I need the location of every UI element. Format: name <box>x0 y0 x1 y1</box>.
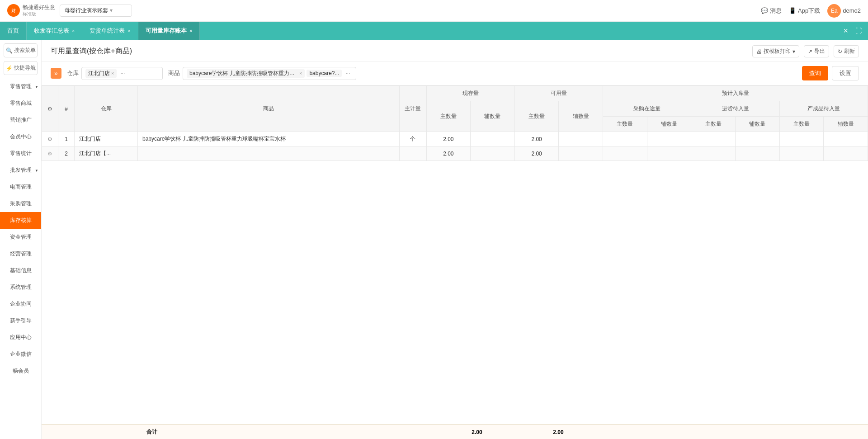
th-warehouse: 仓库 <box>75 86 138 132</box>
export-label: 导出 <box>814 47 825 55</box>
tab-available-stock[interactable]: 可用量库存账本 × <box>138 22 200 40</box>
filter-actions: 查询 设置 <box>802 66 859 80</box>
tab-home-label: 首页 <box>7 27 19 35</box>
sidebar-item-marketing[interactable]: 营销推广 <box>0 112 41 128</box>
sidebar-item-label: 营销推广 <box>10 116 32 124</box>
app-download-btn[interactable]: 📱 App下载 <box>789 7 820 15</box>
sidebar-item-finance[interactable]: 资金管理 <box>0 229 41 245</box>
sidebar-search-label: 搜索菜单 <box>14 47 36 54</box>
warehouse-tag: 江北门店 × <box>85 69 117 78</box>
user-area[interactable]: Ea demo2 <box>827 4 861 18</box>
row-purchase-main <box>603 132 647 146</box>
sidebar-item-retail-mall[interactable]: 零售商城 <box>0 95 41 112</box>
goods-filter-box[interactable]: babycare学饮杯 儿童防摔防撞吸管杯重力球吸嘴杯宝宝水杯 × babyca… <box>183 67 356 80</box>
sidebar-item-member2[interactable]: 畅会员 <box>0 363 41 379</box>
avatar: Ea <box>827 4 841 18</box>
th-goods-pending: 进货待入量 <box>691 101 779 117</box>
row-num: 1 <box>58 132 75 146</box>
sidebar-item-label: 库存核算 <box>10 217 32 224</box>
sidebar-item-basic-info[interactable]: 基础信息 <box>0 262 41 279</box>
sidebar-item-enterprise[interactable]: 企业协同 <box>0 296 41 312</box>
sidebar-item-purchase[interactable]: 采购管理 <box>0 195 41 212</box>
fullscreen-btn[interactable]: ⛶ <box>853 27 864 34</box>
sidebar-quicknav-btn[interactable]: ⚡ 快捷导航 <box>4 61 38 75</box>
sidebar-item-label: 应用中心 <box>10 334 32 341</box>
sidebar-item-wechat[interactable]: 企业微信 <box>0 346 41 363</box>
remove-warehouse-tag[interactable]: × <box>111 71 114 76</box>
industry-selector[interactable]: 母婴行业演示账套 ▾ <box>60 5 132 17</box>
row-gear[interactable]: ⚙ <box>42 146 58 161</box>
th-available-group: 可用量 <box>514 86 603 101</box>
sidebar-item-inventory[interactable]: 库存核算 <box>0 212 41 229</box>
message-btn[interactable]: 💬 消息 <box>761 7 782 15</box>
sidebar-item-ecommerce[interactable]: 电商管理 <box>0 179 41 195</box>
sidebar-item-wholesale-mgmt[interactable]: 批发管理 <box>0 162 41 179</box>
tab-requisition[interactable]: 要货单统计表 × <box>82 22 138 40</box>
sidebar-item-retail-mgmt[interactable]: 零售管理 <box>0 78 41 95</box>
query-btn[interactable]: 查询 <box>802 66 828 80</box>
top-bar: 财 畅捷通好生意 标准版 母婴行业演示账套 ▾ 💬 消息 📱 App下载 Ea … <box>0 0 868 22</box>
sidebar-item-label: 企业微信 <box>10 350 32 358</box>
tab-receivables[interactable]: 收发存汇总表 × <box>27 22 82 40</box>
th-pp-main: 主数量 <box>779 117 824 132</box>
table-row: ⚙ 2 江北门店【... 2.00 2.00 <box>42 146 868 161</box>
sidebar-item-member[interactable]: 会员中心 <box>0 128 41 145</box>
row-num: 2 <box>58 146 75 161</box>
sidebar-item-app-center[interactable]: 应用中心 <box>0 329 41 346</box>
sidebar-item-operations[interactable]: 经营管理 <box>0 245 41 262</box>
sidebar-item-label: 企业协同 <box>10 300 32 308</box>
top-bar-right: 💬 消息 📱 App下载 Ea demo2 <box>761 4 861 18</box>
th-product-pending: 产成品待入量 <box>779 101 868 117</box>
export-btn[interactable]: ↗ 导出 <box>804 45 829 57</box>
main-table: ⚙ # 仓库 商品 主计量 现存量 可用量 预计入库量 主数量 辅 <box>42 85 868 161</box>
chevron-down-icon: ▾ <box>793 48 795 55</box>
row-warehouse: 江北门店 <box>75 132 138 146</box>
th-available-aux: 辅数量 <box>559 101 603 132</box>
app-download-label: App下载 <box>798 7 820 15</box>
close-tab-available-stock[interactable]: × <box>189 28 192 33</box>
settings-btn[interactable]: 设置 <box>832 66 859 80</box>
print-icon: 🖨 <box>756 48 762 55</box>
goods-filter: 商品 babycare学饮杯 儿童防摔防撞吸管杯重力球吸嘴杯宝宝水杯 × bab… <box>168 67 356 80</box>
sidebar-item-retail-stats[interactable]: 零售统计 <box>0 145 41 162</box>
th-stock-group: 现存量 <box>426 86 514 101</box>
close-tab-receivables[interactable]: × <box>72 28 75 33</box>
th-purchase-in: 预计入库量 <box>603 86 868 101</box>
filter-expand-btn[interactable]: » <box>51 68 61 79</box>
warehouse-dots[interactable]: ··· <box>118 70 127 76</box>
tab-home[interactable]: 首页 <box>0 22 27 40</box>
sidebar-item-label: 会员中心 <box>10 133 32 141</box>
template-print-btn[interactable]: 🖨 按模板打印 ▾ <box>752 45 799 57</box>
remove-goods-tag-1[interactable]: × <box>299 71 302 76</box>
row-stock-main: 2.00 <box>426 132 471 146</box>
sidebar-item-label: 零售统计 <box>10 150 32 157</box>
row-gear[interactable]: ⚙ <box>42 132 58 146</box>
sidebar-search-area: 🔍 搜索菜单 <box>0 40 41 59</box>
sidebar-item-label: 新手引导 <box>10 317 32 325</box>
close-all-tabs-btn[interactable]: × <box>840 26 851 36</box>
sidebar-item-label: 系统管理 <box>10 283 32 291</box>
logo-text-area: 畅捷通好生意 标准版 <box>23 4 55 17</box>
refresh-btn[interactable]: ↻ 刷新 <box>834 45 859 57</box>
template-print-label: 按模板打印 <box>764 47 791 55</box>
close-tab-requisition[interactable]: × <box>127 28 130 33</box>
warehouse-filter-box[interactable]: 江北门店 × ··· <box>81 67 163 80</box>
sidebar-item-new-guide[interactable]: 新手引导 <box>0 312 41 329</box>
th-gear[interactable]: ⚙ <box>42 86 58 132</box>
page-title: 可用量查询(按仓库+商品) <box>51 47 132 56</box>
row-product-pending-aux <box>824 146 868 161</box>
th-stock-main: 主数量 <box>426 101 471 132</box>
row-product-pending-main <box>779 146 824 161</box>
sidebar-item-label: 经营管理 <box>10 250 32 258</box>
th-num: # <box>58 86 75 132</box>
th-pp-aux: 辅数量 <box>824 117 868 132</box>
goods-filter-label: 商品 <box>168 69 180 77</box>
sidebar-item-system[interactable]: 系统管理 <box>0 279 41 296</box>
goods-dots[interactable]: ··· <box>344 70 352 76</box>
th-gp-main: 主数量 <box>691 117 736 132</box>
sidebar-quicknav-label: 快捷导航 <box>14 64 36 72</box>
mobile-icon: 📱 <box>789 7 796 14</box>
row-stock-aux <box>471 132 515 146</box>
sidebar-search-btn[interactable]: 🔍 搜索菜单 <box>4 43 38 57</box>
th-goods: 商品 <box>138 86 400 132</box>
